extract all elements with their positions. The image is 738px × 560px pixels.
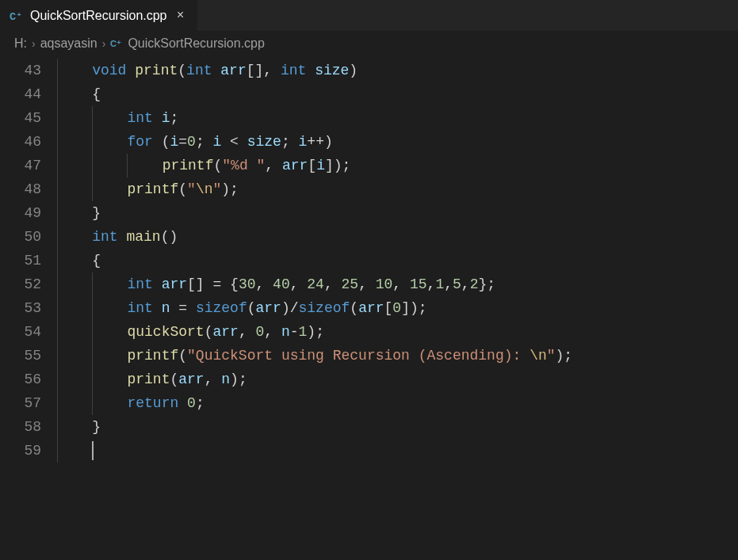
tab-label: QuickSortRecursion.cpp: [30, 9, 167, 23]
token: [306, 63, 315, 78]
token: int: [127, 110, 152, 126]
token: 30: [239, 276, 256, 292]
breadcrumb[interactable]: H: › aqsayasin › C⁺ QuickSortRecursion.c…: [0, 32, 738, 55]
indent-guide: [92, 106, 127, 130]
code-line[interactable]: int arr[] = {30, 40, 24, 25, 10, 15,1,5,…: [57, 272, 738, 296]
token: for: [127, 134, 152, 150]
indent-guide: [57, 296, 92, 320]
token: 40: [273, 276, 290, 292]
line-number: 43: [0, 59, 41, 82]
svg-text:C⁺: C⁺: [10, 10, 22, 22]
code-line[interactable]: }: [57, 415, 738, 439]
code-line[interactable]: print(arr, n);: [57, 368, 738, 391]
code-line[interactable]: {: [57, 249, 738, 272]
indent-guide: [92, 296, 127, 320]
chevron-right-icon: ›: [102, 37, 106, 50]
token: (: [178, 181, 187, 197]
code-line[interactable]: [57, 439, 738, 463]
token: (: [247, 300, 256, 316]
token: [],: [247, 63, 281, 78]
code-line[interactable]: printf("\n");: [57, 177, 738, 201]
token: 24: [307, 276, 324, 292]
token: ]);: [401, 300, 426, 316]
token: ++: [307, 134, 324, 150]
code-line[interactable]: int main(): [57, 225, 738, 249]
token: i: [299, 134, 308, 150]
token: ;: [170, 110, 178, 126]
indent-guide: [57, 344, 92, 368]
indent-guide: [92, 344, 127, 368]
indent-guide: [57, 415, 92, 439]
code-line[interactable]: {: [57, 82, 738, 106]
cpp-file-icon: C⁺: [110, 37, 123, 50]
line-number: 44: [0, 82, 41, 106]
code-line[interactable]: for (i=0; i < size; i++): [57, 130, 738, 154]
code-line[interactable]: int i;: [57, 106, 738, 130]
token: [118, 229, 127, 245]
token: [: [384, 300, 393, 316]
close-icon[interactable]: ×: [174, 9, 188, 23]
token: [126, 63, 135, 78]
token: sizeof: [299, 300, 350, 316]
token: (: [170, 371, 178, 387]
code-line[interactable]: quickSort(arr, 0, n-1);: [57, 320, 738, 344]
token: \n: [530, 348, 547, 364]
indent-guide: [92, 391, 127, 415]
token: ,: [461, 276, 470, 292]
token: ;: [281, 134, 299, 150]
token: size: [315, 63, 349, 78]
token: ,: [290, 276, 308, 292]
token: n: [281, 324, 290, 340]
token: ,: [264, 324, 281, 340]
token: \n: [196, 181, 213, 197]
token: );: [307, 324, 324, 340]
token: size: [247, 134, 281, 150]
token: 25: [342, 276, 359, 292]
breadcrumb-part-drive[interactable]: H:: [14, 36, 27, 51]
indent-guide: [92, 320, 127, 344]
token: (: [205, 324, 213, 340]
token: [153, 276, 162, 292]
token: [: [308, 158, 316, 173]
code-line[interactable]: }: [57, 201, 738, 225]
breadcrumb-part-folder[interactable]: aqsayasin: [40, 36, 98, 51]
token: n: [221, 371, 230, 387]
indent-guide: [57, 439, 92, 463]
token: arr: [220, 63, 246, 78]
indent-guide: [57, 130, 92, 154]
code-line[interactable]: return 0;: [57, 391, 738, 415]
indent-guide: [57, 82, 92, 106]
token: };: [478, 276, 495, 292]
cpp-file-icon: C⁺: [10, 9, 24, 23]
token: ,: [427, 276, 436, 292]
token: "%d ": [222, 158, 265, 173]
code-area[interactable]: void print(int arr[], int size) { int i;…: [57, 59, 738, 463]
indent-guide: [57, 368, 92, 391]
code-editor[interactable]: 4344454647484950515253545556575859 void …: [0, 55, 738, 463]
code-line[interactable]: printf("QuickSort using Recursion (Ascen…: [57, 344, 738, 368]
token: 0: [187, 395, 196, 411]
indent-guide: [57, 106, 92, 130]
token: int: [127, 276, 152, 292]
line-number: 47: [0, 154, 41, 177]
code-line[interactable]: printf("%d ", arr[i]);: [57, 154, 738, 177]
token: );: [221, 181, 239, 197]
token: ,: [255, 276, 273, 292]
line-number: 49: [0, 201, 41, 225]
breadcrumb-part-file[interactable]: QuickSortRecursion.cpp: [128, 36, 265, 51]
tab-quicksort[interactable]: C⁺ QuickSortRecursion.cpp ×: [0, 0, 198, 31]
token: printf: [127, 348, 178, 364]
indent-guide: [92, 177, 127, 201]
token: ,: [265, 158, 282, 173]
token: ,: [239, 324, 256, 340]
code-line[interactable]: int n = sizeof(arr)/sizeof(arr[0]);: [57, 296, 738, 320]
token: ]);: [325, 158, 350, 173]
code-line[interactable]: void print(int arr[], int size): [57, 59, 738, 82]
line-number: 55: [0, 344, 41, 368]
token: i: [213, 134, 222, 150]
token: print: [127, 371, 170, 387]
token: =: [170, 300, 195, 316]
token: arr: [162, 276, 187, 292]
token: 10: [376, 276, 393, 292]
line-number: 50: [0, 225, 41, 249]
